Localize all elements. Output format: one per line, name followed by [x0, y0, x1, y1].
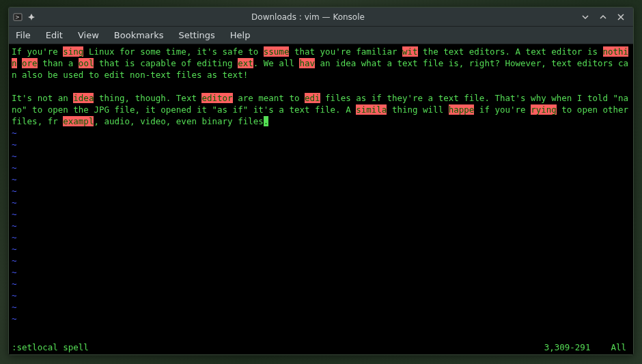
spell-error: editor [201, 93, 232, 103]
scroll-percent: All [611, 341, 626, 353]
spell-error: edi [305, 93, 320, 103]
spell-error: ext [238, 58, 253, 68]
spell-error: happe [449, 104, 475, 115]
pin-icon[interactable] [27, 12, 36, 22]
konsole-window: > Downloads : vim — Konsole File Edit Vi… [8, 7, 634, 355]
spell-error: ore [22, 58, 38, 68]
cursor-position: 3,309-291 [544, 341, 591, 353]
window-title: Downloads : vim — Konsole [36, 12, 580, 22]
command-text: :setlocal spell [12, 341, 544, 353]
spell-error: ool [79, 58, 94, 68]
spell-error: idea [73, 93, 94, 103]
spell-error: ssume [264, 46, 290, 57]
menu-help[interactable]: Help [230, 30, 251, 40]
app-icon: > [13, 12, 23, 22]
spell-error: exampl [63, 116, 94, 126]
empty-lines: ~ ~ ~ ~ ~ ~ ~ ~ ~ ~ ~ ~ ~ ~ ~ ~ ~ [12, 128, 17, 324]
close-button[interactable] [615, 13, 626, 21]
maximize-button[interactable] [598, 13, 609, 21]
spell-error: simila [356, 104, 387, 115]
buffer-text: If you're sing Linux for some time, it's… [12, 46, 633, 126]
menu-bookmarks[interactable]: Bookmarks [114, 30, 164, 40]
spell-error: hav [299, 58, 315, 68]
menu-file[interactable]: File [16, 30, 31, 40]
titlebar-left-icons: > [13, 12, 36, 22]
window-controls [580, 13, 626, 21]
minimize-button[interactable] [580, 13, 591, 21]
titlebar[interactable]: > Downloads : vim — Konsole [9, 8, 633, 27]
menu-settings[interactable]: Settings [178, 30, 214, 40]
menu-edit[interactable]: Edit [46, 30, 63, 40]
terminal-viewport[interactable]: If you're sing Linux for some time, it's… [9, 44, 633, 354]
spell-error: sing [63, 46, 83, 57]
menu-view[interactable]: View [78, 30, 99, 40]
spell-error: rying [531, 104, 557, 115]
vim-statusline: :setlocal spell 3,309-291 All [12, 341, 630, 353]
cursor: . [264, 116, 269, 126]
menubar: File Edit View Bookmarks Settings Help [9, 27, 633, 44]
spell-error: wit [402, 46, 418, 57]
svg-text:>: > [15, 14, 20, 20]
